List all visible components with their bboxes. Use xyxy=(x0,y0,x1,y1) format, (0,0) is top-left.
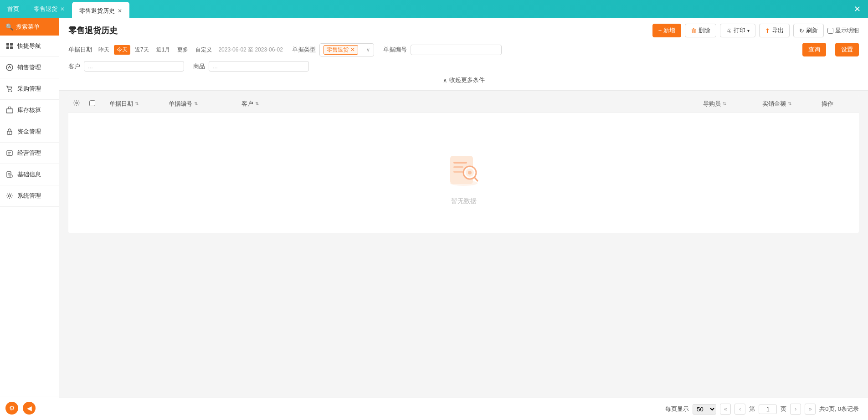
sidebar-item-sales-label: 销售管理 xyxy=(17,63,41,72)
export-button-label: 导出 xyxy=(772,26,784,35)
tab-retail-return[interactable]: 零售退货 ✕ xyxy=(26,0,72,18)
type-filter-label: 单据类型 xyxy=(292,46,316,54)
setting-button[interactable]: 设置 xyxy=(835,43,859,56)
type-filter-select[interactable]: 零售退货 ✕ ∨ xyxy=(319,43,374,56)
date-btn-custom[interactable]: 自定义 xyxy=(193,45,215,55)
order-no-input[interactable] xyxy=(411,45,502,55)
refresh-button-label: 刷新 xyxy=(806,26,818,35)
inventory-icon xyxy=(5,106,14,114)
goods-filter-input[interactable]: ... xyxy=(209,61,309,72)
sidebar-item-system-label: 系统管理 xyxy=(17,192,41,200)
sidebar-item-operation[interactable]: 经营管理 xyxy=(0,143,59,164)
print-chevron-icon: ▾ xyxy=(747,28,750,33)
sidebar-item-basic[interactable]: 基础信息 xyxy=(0,164,59,185)
type-tag-close[interactable]: ✕ xyxy=(350,46,355,53)
svg-rect-21 xyxy=(453,162,467,164)
order-no-filter: 单据编号 xyxy=(383,45,502,55)
main-layout: 🔍 搜索菜单 快捷导航 销售管理 采购管理 库存核算 xyxy=(0,18,868,420)
tab-home-label: 首页 xyxy=(7,5,19,13)
filter-area: 单据日期 昨天 今天 近7天 近1月 更多 自定义 2023-06-02 至 2… xyxy=(68,43,859,90)
topbar: 首页 零售退货 ✕ 零售退货历史 ✕ ✕ xyxy=(0,0,868,18)
th-amount[interactable]: 实销金额 ⇅ xyxy=(759,100,818,108)
tab-retail-return-history[interactable]: 零售退货历史 ✕ xyxy=(72,2,129,20)
empty-illustration xyxy=(443,149,484,190)
page-next-button[interactable]: › xyxy=(790,404,801,415)
operation-icon xyxy=(5,149,14,157)
page-last-button[interactable]: » xyxy=(805,404,816,415)
empty-text: 暂无数据 xyxy=(451,197,477,205)
table-header: 单据日期 ⇅ 单据编号 ⇅ 客户 ⇅ 导购员 ⇅ xyxy=(68,95,859,113)
th-date[interactable]: 单据日期 ⇅ xyxy=(106,100,165,108)
collapse-filter-button[interactable]: ∧ 收起更多条件 xyxy=(436,74,492,86)
print-icon: 🖨 xyxy=(726,27,732,34)
svg-rect-7 xyxy=(6,109,13,113)
svg-point-4 xyxy=(6,64,13,71)
th-action: 操作 xyxy=(818,100,854,108)
sidebar-bottom: ⚙ ◀ xyxy=(0,396,59,420)
th-order-no[interactable]: 单据编号 ⇅ xyxy=(165,100,238,108)
settings-gear-button[interactable]: ⚙ xyxy=(5,402,18,415)
date-btn-today[interactable]: 今天 xyxy=(114,45,130,55)
page-size-select[interactable]: 10 20 50 100 xyxy=(693,404,716,415)
sidebar-item-purchase[interactable]: 采购管理 xyxy=(0,78,59,100)
show-detail-label: 显示明细 xyxy=(835,26,859,35)
sidebar-item-purchase-label: 采购管理 xyxy=(17,85,41,93)
refresh-button[interactable]: ↻ 刷新 xyxy=(793,24,824,37)
delete-button[interactable]: 🗑 删除 xyxy=(685,24,716,37)
th-customer[interactable]: 客户 ⇅ xyxy=(238,100,699,108)
sidebar-search[interactable]: 🔍 搜索菜单 xyxy=(0,18,59,36)
table-select-all-checkbox[interactable] xyxy=(89,100,106,108)
page-number-input[interactable] xyxy=(759,405,777,414)
page-title-row: 零售退货历史 + 新增 🗑 删除 🖨 打印 ▾ ⬆ xyxy=(68,24,859,37)
svg-point-27 xyxy=(468,171,472,174)
sidebar-item-sales[interactable]: 销售管理 xyxy=(0,57,59,78)
sidebar-item-system[interactable]: 系统管理 xyxy=(0,185,59,207)
sidebar-item-inventory[interactable]: 库存核算 xyxy=(0,100,59,121)
refresh-icon: ↻ xyxy=(799,27,804,34)
show-detail-checkbox[interactable] xyxy=(827,28,833,34)
collapse-sidebar-button[interactable]: ◀ xyxy=(23,402,36,415)
order-no-label: 单据编号 xyxy=(383,46,407,54)
sidebar-item-finance[interactable]: 资金管理 xyxy=(0,121,59,143)
goods-dots: ... xyxy=(213,63,218,70)
date-btn-more[interactable]: 更多 xyxy=(175,45,191,55)
th-customer-label: 客户 xyxy=(241,100,253,108)
sidebar: 🔍 搜索菜单 快捷导航 销售管理 采购管理 库存核算 xyxy=(0,18,59,420)
export-button[interactable]: ⬆ 导出 xyxy=(759,24,790,37)
query-button[interactable]: 查询 xyxy=(802,43,826,56)
page-unit: 页 xyxy=(781,405,786,413)
th-guide[interactable]: 导购员 ⇅ xyxy=(699,100,759,108)
empty-state: 暂无数据 xyxy=(68,113,859,233)
th-date-label: 单据日期 xyxy=(109,100,133,108)
sidebar-item-quick-nav[interactable]: 快捷导航 xyxy=(0,36,59,57)
sales-icon xyxy=(5,63,14,72)
tab-retail-return-history-close[interactable]: ✕ xyxy=(118,8,122,14)
svg-rect-10 xyxy=(7,151,12,155)
svg-rect-16 xyxy=(10,175,12,177)
date-btn-1month[interactable]: 近1月 xyxy=(154,45,173,55)
tab-retail-return-close[interactable]: ✕ xyxy=(60,6,65,12)
select-all-input[interactable] xyxy=(89,100,95,106)
sidebar-item-operation-label: 经营管理 xyxy=(17,149,41,157)
svg-line-26 xyxy=(474,177,478,181)
sidebar-search-label: 搜索菜单 xyxy=(16,23,40,31)
th-order-sort-icon: ⇅ xyxy=(194,101,198,106)
date-filter: 单据日期 昨天 今天 近7天 近1月 更多 自定义 2023-06-02 至 2… xyxy=(68,45,283,55)
date-btn-yesterday[interactable]: 昨天 xyxy=(96,45,112,55)
window-close-button[interactable]: ✕ xyxy=(847,4,868,14)
th-customer-sort-icon: ⇅ xyxy=(255,101,259,106)
page-size-label: 每页显示 xyxy=(665,405,689,413)
print-button[interactable]: 🖨 打印 ▾ xyxy=(720,24,755,37)
new-button[interactable]: + 新增 xyxy=(652,24,681,37)
th-date-sort-icon: ⇅ xyxy=(135,101,139,106)
th-amount-label: 实销金额 xyxy=(762,100,786,108)
page-first-button[interactable]: « xyxy=(720,404,731,415)
page-prev-button[interactable]: ‹ xyxy=(734,404,745,415)
tab-home[interactable]: 首页 xyxy=(0,0,26,18)
customer-filter-input[interactable]: ... xyxy=(84,61,184,72)
date-btn-7days[interactable]: 近7天 xyxy=(132,45,152,55)
table-settings-icon[interactable] xyxy=(73,99,89,108)
sidebar-item-basic-label: 基础信息 xyxy=(17,170,41,179)
type-dropdown-icon: ∨ xyxy=(366,47,370,53)
total-label: 共0页, 0条记录 xyxy=(819,405,859,413)
